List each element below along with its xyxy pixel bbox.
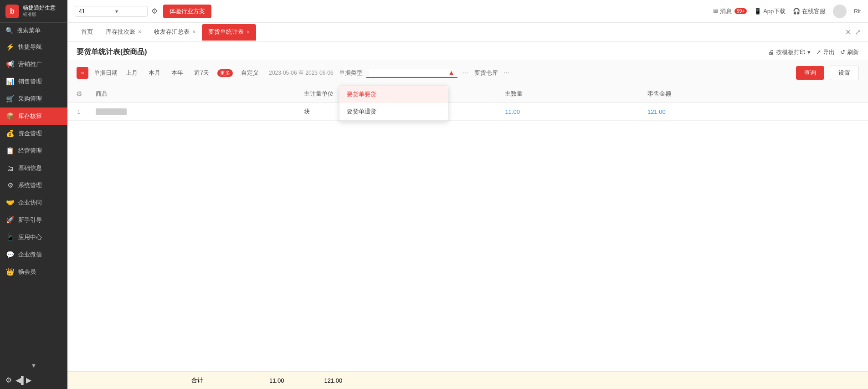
filter-type-section: 单据类型 ▲ ··· 要货单要货 要货单退货 [339, 68, 469, 78]
app-logo-icon: b [5, 5, 19, 18]
tabbar-actions: ✕ ⤢ [845, 28, 861, 36]
tab-home-label: 首页 [81, 28, 93, 36]
product-name-blurred: ████ ███ [96, 108, 127, 115]
export-button[interactable]: ↗ 导出 [816, 48, 835, 56]
tab-expand-icon[interactable]: ⤢ [855, 28, 861, 36]
tab-receipt-summary-close[interactable]: × [192, 29, 195, 35]
table-row: 1 ████ ███ 块 11.00 121.00 [67, 103, 868, 121]
sidebar-item-sales[interactable]: 📊 销售管理 [0, 73, 67, 90]
sidebar-item-guide[interactable]: 🚀 新手引导 [0, 211, 67, 229]
sidebar-item-inventory[interactable]: 📦 库存核算 [0, 107, 67, 125]
sidebar-scroll-down[interactable]: ▼ [0, 360, 67, 371]
col-quantity: 主数量 [499, 85, 642, 103]
quantity-link[interactable]: 11.00 [505, 108, 520, 115]
sidebar-item-appstore[interactable]: 📱 应用中心 [0, 229, 67, 246]
scroll-down-icon: ▼ [31, 362, 37, 369]
table-wrap: ⚙ 商品 主计量单位 主数量 零售金额 1 ████ ███ [67, 85, 868, 371]
cell-extra [814, 103, 868, 121]
refresh-label: 刷新 [847, 48, 859, 56]
tab-batch-account-close[interactable]: × [138, 29, 141, 35]
appstore-icon: 📱 [5, 233, 15, 241]
type-filter-dots[interactable]: ··· [463, 69, 469, 77]
filter-expand-button[interactable]: » [77, 67, 88, 79]
cell-amount: 121.00 [642, 103, 814, 121]
this-month-btn[interactable]: 本月 [146, 68, 163, 78]
cell-quantity: 11.00 [499, 103, 642, 121]
sidebar-item-label: 基础信息 [18, 164, 42, 172]
sidebar-item-enterprise[interactable]: 🤝 企业协同 [0, 194, 67, 211]
topbar-right: ✉ 消息 99+ 📱 App下载 🎧 在线客服 Rit [713, 5, 861, 18]
date-range-display: 2023-05-06 至 2023-06-06 [269, 69, 333, 77]
quick-nav-icon: ⚡ [5, 43, 15, 51]
search-icon: 🔍 [5, 27, 13, 34]
user-name: Rit [854, 8, 861, 15]
tab-receipt-summary[interactable]: 收发存汇总表 × [148, 24, 202, 41]
tab-home[interactable]: 首页 [75, 24, 99, 41]
type-filter-input[interactable] [369, 69, 448, 76]
sidebar-item-system[interactable]: ⚙ 系统管理 [0, 177, 67, 194]
headset-icon: 🎧 [793, 8, 800, 15]
sidebar-logo-text-wrap: 畅捷通好生意 标准版 [23, 5, 56, 18]
mobile-icon: 📱 [754, 8, 761, 15]
more-dates-tag[interactable]: 更多 [217, 69, 233, 77]
sidebar-item-finance[interactable]: 💰 资金管理 [0, 125, 67, 142]
tab-close-all-icon[interactable]: ✕ [845, 28, 851, 36]
amount-link[interactable]: 121.00 [647, 108, 666, 115]
sidebar-item-marketing[interactable]: 📢 营销推广 [0, 56, 67, 73]
tab-order-stats-close[interactable]: × [247, 29, 250, 35]
sidebar-search[interactable]: 🔍 搜索菜单 [0, 23, 67, 38]
dropdown-item-order-goods[interactable]: 要货单要货 [339, 86, 448, 103]
tab-order-stats-label: 要货单统计表 [208, 28, 244, 36]
print-icon: 🖨 [768, 49, 774, 56]
sidebar-item-vip[interactable]: 👑 畅会员 [0, 263, 67, 281]
sidebar-nav: ⚡ 快捷导航 📢 营销推广 📊 销售管理 🛒 采购管理 📦 库存核算 💰 资金管… [0, 38, 67, 360]
type-filter-arrow[interactable]: ▲ [448, 69, 455, 76]
topbar-gear-icon[interactable]: ⚙ [151, 7, 158, 15]
query-button[interactable]: 查询 [796, 66, 824, 80]
user-avatar[interactable] [833, 5, 847, 18]
messages-icon: ✉ [713, 8, 718, 15]
this-year-btn[interactable]: 本年 [169, 68, 186, 78]
sidebar-toggle-icon[interactable]: ◀▌▶ [15, 376, 31, 384]
promo-button[interactable]: 体验行业方案 [163, 5, 211, 18]
date-filter-label: 单据日期 [94, 69, 118, 77]
cell-product: ████ ███ [90, 103, 298, 121]
table-settings-icon[interactable]: ⚙ [76, 90, 82, 97]
topbar-search-input[interactable] [79, 8, 115, 15]
last-month-btn[interactable]: 上月 [123, 68, 140, 78]
sidebar-item-label: 系统管理 [18, 181, 42, 189]
sidebar-item-wechat[interactable]: 💬 企业微信 [0, 246, 67, 263]
tab-receipt-summary-label: 收发存汇总表 [154, 28, 190, 36]
filter-settings-button[interactable]: 设置 [830, 66, 859, 80]
content-area: 要货单统计表(按商品) 🖨 按模板打印 ▾ ↗ 导出 ↺ 刷新 » [67, 42, 868, 389]
sidebar-item-quick-nav[interactable]: ⚡ 快捷导航 [0, 38, 67, 56]
last-7-days-btn[interactable]: 近7天 [191, 68, 212, 78]
online-service-label: 在线客服 [802, 7, 826, 15]
sidebar-item-label: 销售管理 [18, 77, 42, 86]
tab-batch-account-label: 库存批次账 [106, 28, 135, 36]
refresh-button[interactable]: ↺ 刷新 [840, 48, 859, 56]
topbar-dropdown-btn[interactable]: ▾ [115, 8, 118, 15]
app-download-item[interactable]: 📱 App下载 [754, 7, 786, 15]
page-title: 要货单统计表(按商品) [77, 47, 147, 57]
online-service-item[interactable]: 🎧 在线客服 [793, 7, 826, 15]
type-input-wrap: ▲ [366, 68, 457, 78]
sidebar-item-operations[interactable]: 📋 经营管理 [0, 142, 67, 159]
dropdown-item-order-return[interactable]: 要货单退货 [339, 103, 448, 120]
sidebar-item-basics[interactable]: 🗂 基础信息 [0, 159, 67, 177]
tab-order-stats[interactable]: 要货单统计表 × [202, 24, 256, 41]
footer-label: 合计 [191, 376, 203, 384]
warehouse-filter-dots[interactable]: ··· [503, 69, 509, 77]
messages-item[interactable]: ✉ 消息 99+ [713, 7, 747, 15]
settings-bottom-icon[interactable]: ⚙ [5, 376, 12, 384]
sidebar: b 畅捷通好生意 标准版 🔍 搜索菜单 ⚡ 快捷导航 📢 营销推广 📊 销售管理… [0, 0, 67, 389]
sidebar-item-purchase[interactable]: 🛒 采购管理 [0, 90, 67, 107]
sidebar-bottom: ⚙ ◀▌▶ [0, 371, 67, 389]
custom-date-btn[interactable]: 自定义 [238, 68, 262, 78]
tab-batch-account[interactable]: 库存批次账 × [99, 24, 148, 41]
print-button[interactable]: 🖨 按模板打印 ▾ [768, 48, 811, 56]
purchase-icon: 🛒 [5, 95, 15, 103]
sidebar-item-label: 企业协同 [18, 199, 42, 207]
col-settings: ⚙ [67, 85, 90, 103]
sidebar-item-label: 畅会员 [18, 268, 36, 276]
